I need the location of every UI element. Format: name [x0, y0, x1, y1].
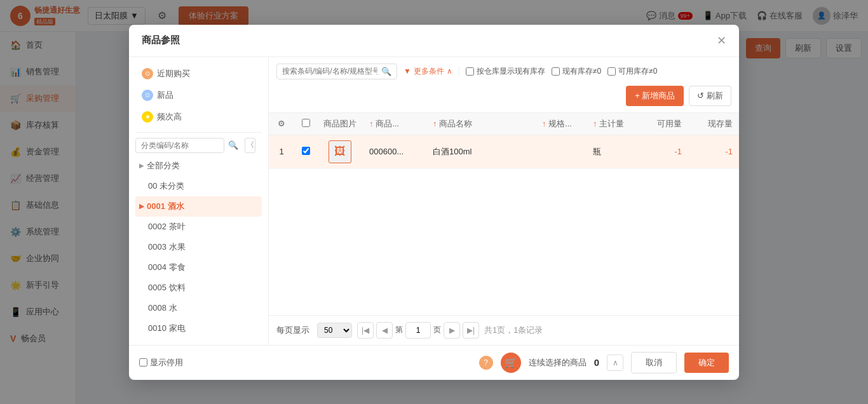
category-item-0010[interactable]: 0010 家电	[135, 318, 262, 339]
per-page-select[interactable]: 50 100	[317, 323, 352, 338]
pagination: 每页显示 50 100 |◀ ◀ 第 页 ▶ ▶| 共1页，1条记录	[269, 315, 739, 345]
modal-title: 商品参照	[142, 34, 180, 46]
disabled-checkbox[interactable]	[139, 358, 147, 367]
page-nav: |◀ ◀ 第 页 ▶ ▶|	[357, 322, 479, 339]
sort-up-icon: ↑	[369, 119, 374, 128]
confirm-button[interactable]: 确定	[684, 353, 729, 373]
col-header-stock: 现存量	[688, 113, 739, 135]
product-reference-modal: 商品参照 ✕ ⊙ 近期购买 ⊙ 新品 ★ 频次高	[129, 25, 739, 380]
left-tabs: ⊙ 近期购买 ⊙ 新品 ★ 频次高	[129, 64, 268, 127]
product-table: ⚙ 商品图片 ↑ 商品... ↑	[269, 113, 739, 169]
usable-stock-checkbox[interactable]	[607, 67, 616, 76]
recent-icon: ⊙	[142, 68, 153, 79]
page-word-2: 页	[433, 325, 441, 335]
col-header-unit[interactable]: ↑ 主计量	[587, 113, 637, 135]
product-search-box: 🔍	[276, 64, 397, 79]
select-all-checkbox[interactable]	[302, 119, 310, 127]
collapse-cart-button[interactable]: ∧	[607, 354, 623, 371]
product-search-icon[interactable]: 🔍	[381, 67, 391, 76]
first-page-button[interactable]: |◀	[357, 322, 374, 339]
add-product-button[interactable]: + 新增商品	[626, 86, 684, 106]
col-header-code[interactable]: ↑ 商品...	[363, 113, 426, 135]
prev-page-button[interactable]: ◀	[376, 322, 393, 339]
product-thumbnail: 🖼	[329, 140, 351, 163]
checkbox-warehouse[interactable]: 按仓库显示现有库存	[466, 66, 545, 77]
product-search-input[interactable]	[282, 67, 377, 76]
page-word: 第	[395, 325, 403, 335]
tab-frequent[interactable]: ★ 频次高	[135, 107, 262, 127]
modal-footer: 显示停用 ? 🛒 连续选择的商品 0 ∧ 取消 确定	[129, 345, 739, 380]
table-row[interactable]: 1 🖼 000600... 白酒100ml 瓶 -1 -1	[269, 135, 739, 168]
category-list: ▶ 全部分类 00 未分类 ▶ 0001 酒水 0002 茶叶 0003 水果	[129, 156, 268, 339]
freq-icon: ★	[142, 111, 153, 123]
toolbar-actions: + 新增商品 ↺ 刷新	[626, 86, 731, 106]
more-filter-button[interactable]: ▼ 更多条件 ∧	[403, 66, 452, 77]
filter-icon: ▼	[403, 67, 411, 76]
per-page-label: 每页显示	[276, 325, 309, 336]
next-page-button[interactable]: ▶	[444, 322, 460, 339]
row-name: 白酒100ml	[426, 135, 536, 168]
row-checkbox[interactable]	[302, 147, 310, 155]
category-item-0001[interactable]: ▶ 0001 酒水	[135, 196, 262, 217]
category-item-0002[interactable]: 0002 茶叶	[135, 217, 262, 237]
row-unit: 瓶	[587, 135, 637, 168]
page-input[interactable]	[405, 322, 431, 339]
cart-count: 0	[594, 357, 599, 368]
display-disabled-checkbox[interactable]: 显示停用	[139, 357, 183, 368]
warehouse-checkbox[interactable]	[466, 67, 474, 76]
tab-recent[interactable]: ⊙ 近期购买	[135, 64, 262, 84]
table-header-row: ⚙ 商品图片 ↑ 商品... ↑	[269, 113, 739, 135]
checkbox-positive-stock[interactable]: 现有库存≠0	[552, 66, 601, 77]
modal-overlay: 商品参照 ✕ ⊙ 近期购买 ⊙ 新品 ★ 频次高	[0, 0, 868, 404]
chevron-icon: ▶	[139, 162, 144, 169]
col-header-spec[interactable]: ↑ 规格...	[536, 113, 587, 135]
category-item-0005[interactable]: 0005 饮料	[135, 278, 262, 298]
col-header-name[interactable]: ↑ 商品名称	[426, 113, 536, 135]
cancel-button[interactable]: 取消	[631, 352, 677, 374]
help-icon[interactable]: ?	[479, 356, 493, 370]
checkbox-usable-stock[interactable]: 可用库存≠0	[607, 66, 657, 77]
divider	[135, 132, 262, 133]
row-stock: -1	[688, 135, 739, 168]
page-total: 共1页，1条记录	[484, 325, 543, 336]
toolbar-divider	[459, 66, 459, 76]
tab-new[interactable]: ⊙ 新品	[135, 85, 262, 105]
category-search-input[interactable]	[135, 138, 224, 153]
col-header-settings[interactable]: ⚙	[269, 113, 294, 135]
left-panel: ⊙ 近期购买 ⊙ 新品 ★ 频次高	[129, 57, 269, 345]
filter-arrow-icon: ∧	[447, 67, 452, 76]
last-page-button[interactable]: ▶|	[463, 322, 479, 339]
category-search: 🔍	[135, 138, 238, 153]
modal-body: ⊙ 近期购买 ⊙ 新品 ★ 频次高	[129, 57, 739, 345]
col-header-checkbox[interactable]	[294, 113, 317, 135]
right-panel: 🔍 ▼ 更多条件 ∧ 按仓库显示现有库存 现有库存≠0	[269, 57, 739, 345]
category-item-0008[interactable]: 0008 水	[135, 298, 262, 318]
footer-right: ? 🛒 连续选择的商品 0 ∧ 取消 确定	[479, 352, 729, 374]
modal-header: 商品参照 ✕	[129, 25, 739, 57]
category-item-all[interactable]: ▶ 全部分类	[135, 156, 262, 176]
col-header-image: 商品图片	[317, 113, 363, 135]
row-checkbox-cell[interactable]	[294, 135, 317, 168]
row-image-cell: 🖼	[317, 135, 363, 168]
category-search-icon[interactable]: 🔍	[228, 140, 238, 150]
row-code: 000600...	[363, 135, 426, 168]
sort-up-icon-name: ↑	[433, 119, 437, 128]
sort-up-icon-unit: ↑	[593, 119, 597, 128]
new-icon: ⊙	[142, 90, 153, 101]
category-item-0004[interactable]: 0004 零食	[135, 257, 262, 278]
category-item-0003[interactable]: 0003 水果	[135, 237, 262, 257]
category-item-uncategorized[interactable]: 00 未分类	[135, 176, 262, 196]
col-header-available: 可用量	[637, 113, 688, 135]
cart-button[interactable]: 🛒	[501, 353, 521, 373]
positive-stock-checkbox[interactable]	[552, 67, 560, 76]
chevron-active-icon: ▶	[139, 203, 144, 210]
collapse-panel-button[interactable]: 《	[245, 138, 255, 153]
refresh-button[interactable]: ↺ 刷新	[689, 86, 731, 106]
close-button[interactable]: ✕	[717, 34, 726, 48]
sort-up-icon-spec: ↑	[542, 119, 546, 128]
right-toolbar: 🔍 ▼ 更多条件 ∧ 按仓库显示现有库存 现有库存≠0	[269, 57, 739, 113]
row-index: 1	[269, 135, 294, 168]
cart-label: 连续选择的商品	[529, 357, 587, 368]
product-table-wrap: ⚙ 商品图片 ↑ 商品... ↑	[269, 113, 739, 315]
row-available: -1	[637, 135, 688, 168]
